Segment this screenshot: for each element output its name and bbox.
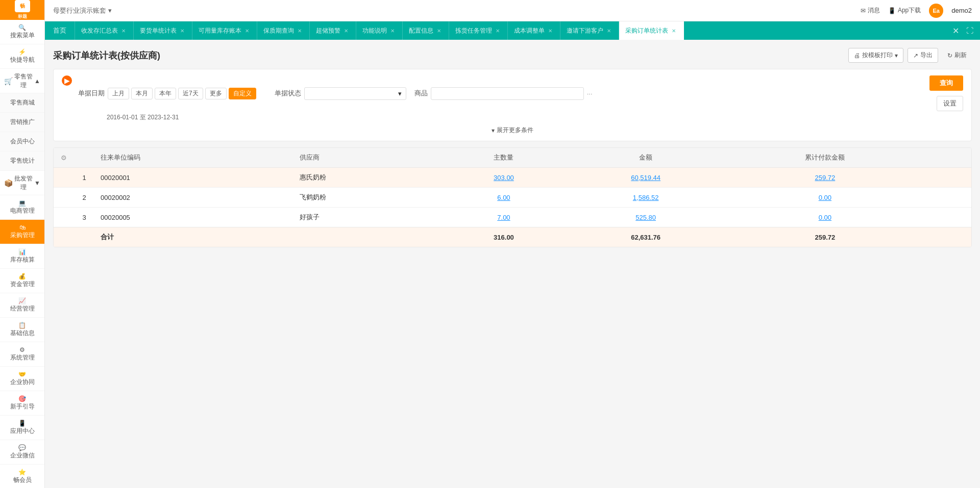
sidebar-item-retail-stat[interactable]: 零售统计 [0,151,44,171]
status-select[interactable]: ▾ [304,87,406,100]
sidebar-item-quicknav[interactable]: ⚡ 快捷导航 [0,44,44,69]
finance-icon: 💰 [18,273,26,280]
col-settings[interactable]: ⚙ [54,148,74,168]
vip-icon: ⭐ [18,469,26,476]
row-settings [54,168,74,188]
tab-invite-customer[interactable]: 邀请下游客户 ✕ [560,21,619,40]
row-index: 2 [74,188,94,208]
sidebar-item-bizwechat[interactable]: 💬 企业微信 [0,440,44,465]
data-table: ⚙ 往来单位编码 供应商 主数量 金额 [54,148,971,247]
tab-maximize-btn[interactable]: ⛶ [964,24,976,37]
col-paid[interactable]: 累计付款金额 [726,148,925,168]
sidebar-item-label: 快捷导航 [10,56,35,64]
filter-toggle-btn[interactable]: ▶ [62,75,72,86]
tab-label: 收发存汇总表 [81,27,118,35]
col-code[interactable]: 往来单位编码 [94,148,293,168]
search-button[interactable]: 查询 [929,75,963,91]
print-dropdown-icon: ▾ [895,52,898,59]
sidebar-item-operation[interactable]: 📈 经营管理 [0,293,44,318]
row-amount[interactable]: 525.80 [566,208,726,227]
sidebar-item-purchase[interactable]: 🛍 采购管理 [0,220,44,244]
date-quick-btns: 上月 本月 本年 近7天 更多 自定义 [108,88,256,99]
sidebar-item-vip[interactable]: ⭐ 畅会员 [0,465,44,488]
tab-close-btn[interactable]: ✕ [179,27,186,34]
user-avatar[interactable]: Ea [929,4,943,18]
tab-close-btn[interactable]: ✕ [243,27,251,34]
sidebar-item-member[interactable]: 会员中心 [0,132,44,151]
sidebar-item-retail[interactable]: 🛒 零售管理 ▲ [0,69,44,93]
quicknav-icon: ⚡ [18,48,26,56]
tab-close-btn[interactable]: ✕ [547,27,554,34]
setting-button[interactable]: 设置 [937,96,963,111]
row-qty[interactable]: 303.00 [442,168,566,188]
date-btn-this-month[interactable]: 本月 [131,88,153,99]
table-row[interactable]: 1 00020001 惠氏奶粉 303.00 60,519.44 259.72 [54,168,971,188]
sidebar-item-system[interactable]: ⚙ 系统管理 [0,342,44,367]
date-btn-last-month[interactable]: 上月 [108,88,129,99]
product-search-input[interactable] [431,87,584,100]
tab-overstock[interactable]: 超储预警 ✕ [310,21,356,40]
refresh-button[interactable]: ↻ 刷新 [942,48,972,62]
tab-pick-task[interactable]: 拣货任务管理 ✕ [449,21,508,40]
more-dots-icon[interactable]: ··· [587,90,593,97]
date-btn-custom[interactable]: 自定义 [229,88,256,99]
row-amount[interactable]: 1,586.52 [566,188,726,208]
purchase-icon: 🛍 [19,224,26,231]
tab-home[interactable]: 首页 [45,21,75,40]
sidebar-item-search[interactable]: 🔍 搜索菜单 [0,20,44,44]
export-button[interactable]: ↗ 导出 [908,48,938,63]
date-btn-this-year[interactable]: 本年 [155,88,176,99]
row-paid[interactable]: 0.00 [726,188,925,208]
sidebar-item-appcenter[interactable]: 📱 应用中心 [0,416,44,440]
filter-area: ▶ 单据日期 上月 本月 本年 近7天 更多 自定义 [53,69,972,141]
col-amount[interactable]: 金额 [566,148,726,168]
row-paid[interactable]: 0.00 [726,208,925,227]
sidebar-item-finance[interactable]: 💰 资金管理 [0,269,44,293]
table-row[interactable]: 3 00020005 好孩子 7.00 525.80 0.00 [54,208,971,227]
sidebar-item-marketing[interactable]: 营销推广 [0,113,44,132]
date-btn-7days[interactable]: 近7天 [178,88,203,99]
tab-close-btn[interactable]: ✕ [389,27,396,34]
sidebar-item-label: 会员中心 [10,137,35,146]
sidebar-item-collab[interactable]: 🤝 企业协同 [0,367,44,391]
sidebar-item-ecommerce[interactable]: 💻 电商管理 [0,195,44,220]
tab-requisition-stat[interactable]: 要货单统计表 ✕ [134,21,192,40]
sidebar-item-inventory[interactable]: 📊 库存核算 [0,244,44,269]
date-btn-more[interactable]: 更多 [205,88,227,99]
logo-text: 标题 [18,13,27,20]
table-row[interactable]: 2 00020002 飞鹤奶粉 6.00 1,586.52 0.00 [54,188,971,208]
row-amount[interactable]: 60,519.44 [566,168,726,188]
header-bar: 母婴行业演示账套 ▾ ✉ 消息 📱 App下载 Ea demo2 [45,0,980,21]
tab-func-desc[interactable]: 功能说明 ✕ [356,21,403,40]
tab-close-btn[interactable]: ✕ [296,27,303,34]
col-qty[interactable]: 主数量 [442,148,566,168]
tab-collect-send[interactable]: 收发存汇总表 ✕ [75,21,134,40]
sidebar-item-wholesale[interactable]: 📦 批发管理 ▼ [0,171,44,195]
sidebar-item-retail-shop[interactable]: 零售商城 [0,93,44,113]
tab-close-btn[interactable]: ✕ [435,27,443,34]
expand-more-btn[interactable]: ▾ 展开更多条件 [492,126,533,135]
tab-close-btn[interactable]: ✕ [342,27,350,34]
tab-close-btn[interactable]: ✕ [494,27,501,34]
tab-close-btn[interactable]: ✕ [120,27,127,34]
tab-close-window-btn[interactable]: ✕ [949,24,962,37]
tab-shelf-life[interactable]: 保质期查询 ✕ [257,21,310,40]
print-button[interactable]: 🖨 按模板打印 ▾ [848,48,903,63]
tab-cost-adjust[interactable]: 成本调整单 ✕ [508,21,560,40]
col-supplier[interactable]: 供应商 [293,148,442,168]
tab-config-info[interactable]: 配置信息 ✕ [403,21,449,40]
tab-close-btn[interactable]: ✕ [670,27,677,34]
sidebar-item-basic[interactable]: 📋 基础信息 [0,318,44,342]
status-select-icon: ▾ [398,90,402,97]
tab-purchase-stat[interactable]: 采购订单统计表 ✕ [619,21,684,40]
message-btn[interactable]: ✉ 消息 [861,6,880,15]
row-qty[interactable]: 7.00 [442,208,566,227]
sidebar-item-newguide[interactable]: 🎯 新手引导 [0,391,44,416]
tab-available-stock[interactable]: 可用量库存账本 ✕ [192,21,257,40]
sidebar-item-label: 零售管理 [13,72,34,90]
row-qty[interactable]: 6.00 [442,188,566,208]
tab-close-btn[interactable]: ✕ [605,27,612,34]
app-download-btn[interactable]: 📱 App下载 [888,6,921,15]
company-selector[interactable]: 母婴行业演示账套 ▾ [53,6,112,15]
row-paid[interactable]: 259.72 [726,168,925,188]
